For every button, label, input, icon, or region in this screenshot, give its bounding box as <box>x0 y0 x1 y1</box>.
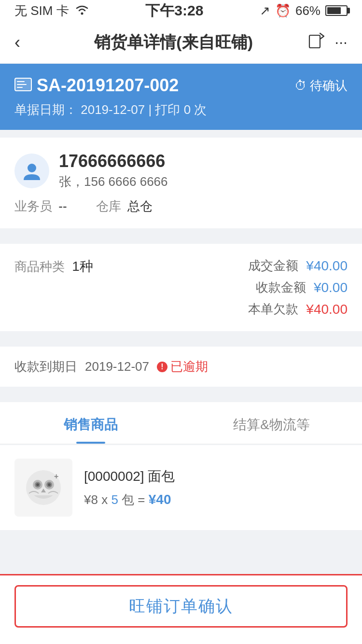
received-label: 收款金额 <box>256 279 306 296</box>
duedate-value: 2019-12-07 <box>85 359 149 374</box>
share-button[interactable] <box>308 32 325 53</box>
svg-point-13 <box>48 483 51 486</box>
product-name: [0000002] 面包 <box>84 467 348 486</box>
battery-percent: 66% <box>295 3 320 18</box>
duedate-card: 收款到期日 2019-12-07 ! 已逾期 <box>0 347 362 387</box>
summary-right: 成交金额 ¥40.00 收款金额 ¥0.00 本单欠款 ¥40.00 <box>248 257 348 318</box>
status-left: 无 SIM 卡 <box>14 2 89 19</box>
wifi-icon <box>75 3 89 18</box>
carrier-label: 无 SIM 卡 <box>14 2 69 19</box>
nav-actions: ··· <box>308 32 348 53</box>
clock-icon: ⏱ <box>294 78 307 93</box>
location-icon: ↗ <box>260 3 270 18</box>
duedate-label: 收款到期日 <box>14 358 77 375</box>
customer-card: 17666666666 张，156 6666 6666 业务员 -- 仓库 总仓 <box>0 138 362 228</box>
customer-name: 张，156 6666 6666 <box>59 173 168 190</box>
more-button[interactable]: ··· <box>334 33 348 51</box>
product-id: [0000002] <box>84 469 144 484</box>
amount-row: 成交金额 ¥40.00 <box>248 257 348 274</box>
nav-bar: ‹ 销货单详情(来自旺铺) ··· <box>0 21 362 64</box>
order-status-text: 待确认 <box>310 77 348 94</box>
type-value: 1种 <box>72 259 93 274</box>
order-date-row: 单据日期： 2019-12-07 | 打印 0 次 <box>14 101 348 118</box>
multiply-symbol: x <box>101 492 108 507</box>
order-date-value: 2019-12-07 <box>81 102 145 117</box>
product-info: [0000002] 面包 ¥8 x 5 包 = ¥40 <box>84 467 348 508</box>
order-id-text: SA-20191207-002 <box>37 75 179 96</box>
warehouse-label: 仓库 <box>96 199 121 213</box>
print-label: 打印 <box>155 102 180 117</box>
status-right: ↗ ⏰ 66% <box>260 3 348 18</box>
svg-point-0 <box>81 12 83 14</box>
amount-value: ¥40.00 <box>306 258 348 274</box>
print-unit: 次 <box>194 102 207 117</box>
product-price-row: ¥8 x 5 包 = ¥40 <box>84 491 348 508</box>
product-thumbnail: + <box>14 459 72 517</box>
customer-avatar <box>14 154 49 188</box>
customer-meta: 业务员 -- 仓库 总仓 <box>14 198 348 215</box>
received-value: ¥0.00 <box>314 280 348 295</box>
unit-label: 包 <box>122 492 134 507</box>
amount-label: 成交金额 <box>248 257 298 274</box>
status-bar: 无 SIM 卡 下午3:28 ↗ ⏰ 66% <box>0 0 362 21</box>
svg-point-6 <box>28 164 36 172</box>
order-status: ⏱ 待确认 <box>294 77 348 94</box>
product-card: + [0000002] 面包 ¥8 x 5 包 = ¥40 <box>0 445 362 530</box>
salesperson-item: 业务员 -- <box>14 198 67 215</box>
salesperson-label: 业务员 <box>14 199 52 213</box>
divider-1 <box>0 228 362 236</box>
bottom-bar: 旺铺订单确认 <box>0 574 362 644</box>
svg-rect-1 <box>309 35 320 48</box>
product-qty: 5 <box>111 492 118 507</box>
order-id-row: SA-20191207-002 <box>14 75 179 96</box>
customer-phone: 17666666666 <box>59 151 168 171</box>
owe-value: ¥40.00 <box>306 302 348 317</box>
warehouse-value: 总仓 <box>127 199 153 213</box>
received-row: 收款金额 ¥0.00 <box>248 279 348 296</box>
salesperson-value: -- <box>58 199 67 213</box>
tab-sales-products[interactable]: 销售商品 <box>0 402 181 444</box>
unit-price: ¥8 <box>84 492 98 507</box>
confirm-order-button[interactable]: 旺铺订单确认 <box>14 585 348 628</box>
separator: | <box>148 102 155 117</box>
summary-card: 商品种类 1种 成交金额 ¥40.00 收款金额 ¥0.00 本单欠款 ¥40.… <box>0 244 362 331</box>
summary-left: 商品种类 1种 <box>14 257 93 276</box>
product-total: ¥40 <box>149 492 171 507</box>
overdue-icon: ! <box>157 362 167 372</box>
back-button[interactable]: ‹ <box>14 32 39 53</box>
divider-3 <box>0 387 362 394</box>
tabs-bar: 销售商品 结算&物流等 <box>0 402 362 444</box>
svg-point-12 <box>36 483 39 486</box>
order-icon <box>14 75 32 96</box>
overdue-text: 已逾期 <box>170 358 208 375</box>
svg-text:+: + <box>54 472 58 480</box>
date-label: 单据日期： <box>14 102 77 117</box>
status-time: 下午3:28 <box>145 1 203 21</box>
order-header: SA-20191207-002 ⏱ 待确认 单据日期： 2019-12-07 |… <box>0 64 362 130</box>
print-count: 0 <box>184 102 191 117</box>
alarm-icon: ⏰ <box>275 3 291 18</box>
type-label: 商品种类 <box>14 259 65 274</box>
product-title: 面包 <box>148 469 175 484</box>
owe-label: 本单欠款 <box>248 301 298 318</box>
tab-settlement[interactable]: 结算&物流等 <box>181 402 362 444</box>
warehouse-item: 仓库 总仓 <box>96 198 153 215</box>
owe-row: 本单欠款 ¥40.00 <box>248 301 348 318</box>
page-title: 销货单详情(来自旺铺) <box>39 31 308 54</box>
equals-symbol: = <box>138 492 145 507</box>
battery-icon <box>325 5 348 16</box>
customer-info: 17666666666 张，156 6666 6666 <box>59 151 168 190</box>
overdue-badge: ! 已逾期 <box>157 358 208 375</box>
divider-2 <box>0 331 362 339</box>
